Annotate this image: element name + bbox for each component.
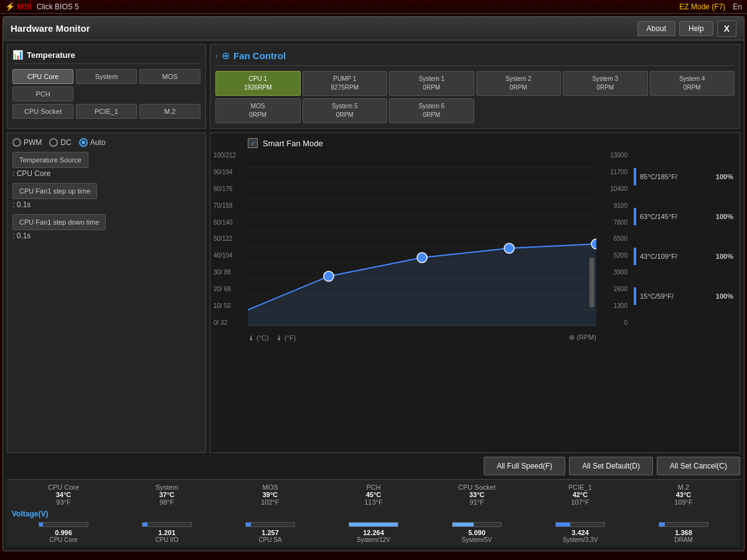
temp-info-1: 85°C/185°F/ (640, 173, 712, 180)
temp-btn-cpu-core[interactable]: CPU Core (12, 69, 73, 84)
rpm-btn-system2[interactable]: System 20RPM (476, 71, 561, 96)
dc-radio[interactable]: DC (49, 138, 71, 147)
chart-bottom-icons: 🌡 (°C) 🌡 (°F) ⊕ (RPM) (248, 334, 596, 342)
sensor-pcie1-temp: 42°C (573, 491, 588, 498)
voltage-fill-system-12v (349, 523, 398, 526)
temp-bar-3 (634, 248, 636, 265)
temp-celsius-4: 15°C/59°F/ (640, 292, 712, 300)
sensor-m2-fahr: 109°F (674, 498, 692, 506)
temperature-panel: 📊 Temperature CPU Core System MOS PCH CP… (7, 44, 206, 129)
graph-inner: ✓ Smart Fan Mode 100/212 90/194 80/176 7… (210, 133, 627, 452)
temp-btn-mos[interactable]: MOS (139, 69, 200, 84)
chart-point-3[interactable] (504, 243, 514, 253)
voltage-system-5v: 5.090 System/5V (439, 522, 514, 543)
sensor-row: CPU Core 34°C 93°F System 37°C 98°F MOS … (12, 483, 735, 506)
fan-chart-svg[interactable] (248, 152, 596, 326)
pwm-radio[interactable]: PWM (12, 138, 42, 147)
auto-radio[interactable]: Auto (79, 138, 106, 147)
step-up-section: CPU Fan1 step up time : 0.1s (12, 183, 200, 209)
voltage-cpu-sa: 1.257 CPU SA (233, 522, 308, 543)
rpm-btn-cpu1[interactable]: CPU 11926RPM (215, 71, 301, 96)
voltage-section-label: Voltage(V) (12, 508, 735, 520)
rpm-btn-system1[interactable]: System 10RPM (389, 71, 474, 96)
rpm-btn-system3[interactable]: System 30RPM (563, 71, 648, 96)
voltage-name-cpu-core: CPU Core (49, 536, 78, 543)
temp-source-button[interactable]: Temperature Source (12, 152, 88, 168)
temp-icon: 📊 (12, 50, 23, 60)
sensor-mos-fahr: 102°F (261, 498, 279, 506)
voltage-value-system-33v: 3.424 (571, 529, 589, 536)
fan-nav-back[interactable]: ‹ (215, 52, 218, 60)
sensor-m2-name: M.2 (678, 483, 689, 491)
rpm-btn-system5[interactable]: System 50RPM (303, 98, 388, 123)
temp-btn-cpu-socket[interactable]: CPU Socket (12, 104, 73, 119)
sensor-pch-temp: 45°C (366, 491, 382, 498)
topbar: ⚡ MSI Click BIOS 5 EZ Mode (F7) En (0, 0, 747, 14)
temp-btn-pch[interactable]: PCH (12, 86, 73, 101)
smart-fan-mode-title: Smart Fan Mode (263, 139, 323, 148)
sensor-system-temp: 37°C (159, 491, 175, 498)
voltage-fill-dram (659, 523, 665, 526)
step-down-section: CPU Fan1 step down time : 0.1s (12, 214, 200, 240)
voltage-row: 0.996 CPU Core 1.201 CPU I/O 1.257 CPU S… (12, 522, 735, 543)
chart-point-2[interactable] (417, 253, 427, 263)
fan-control-title: Fan Control (233, 50, 286, 61)
fan-rpm-row2: MOS0RPM System 50RPM System 60RPM (215, 98, 735, 123)
action-buttons: All Full Speed(F) All Set Default(D) All… (7, 453, 740, 479)
temp-info-3: 43°C/109°F/ (640, 253, 712, 260)
temp-btn-system[interactable]: System (76, 69, 137, 84)
voltage-bar-cpu-sa (245, 522, 295, 527)
voltage-fill-system-33v (556, 523, 570, 526)
scroll-thumb-chart[interactable] (590, 258, 594, 307)
close-button[interactable]: X (717, 21, 736, 37)
sensor-mos-temp: 39°C (263, 491, 278, 498)
voltage-dram: 1.368 DRAM (646, 522, 721, 543)
pwm-radio-circle (12, 138, 21, 147)
temp-bar-4 (634, 287, 636, 305)
temp-source-section: Temperature Source : CPU Core (12, 152, 200, 178)
temp-bar-2 (634, 208, 636, 225)
temp-btn-pcie1[interactable]: PCIE_1 (76, 104, 137, 119)
voltage-bar-system-33v (555, 522, 605, 527)
y-labels-left: 100/212 90/194 80/176 70/158 60/140 50/1… (214, 152, 236, 326)
help-button[interactable]: Help (679, 21, 713, 36)
all-set-default-button[interactable]: All Set Default(D) (569, 457, 653, 475)
left-controls: PWM DC Auto Temperature Sourc (7, 133, 206, 453)
all-set-cancel-button[interactable]: All Set Cancel(C) (657, 457, 740, 475)
voltage-fill-cpu-io (143, 523, 148, 526)
step-down-button[interactable]: CPU Fan1 step down time (12, 214, 106, 230)
sensor-mos-name: MOS (262, 483, 278, 491)
voltage-system-33v: 3.424 System/3.3V (543, 522, 618, 543)
about-button[interactable]: About (637, 21, 675, 36)
temp-btn-m2[interactable]: M.2 (139, 104, 200, 119)
all-full-speed-button[interactable]: All Full Speed(F) (484, 457, 565, 475)
temp-info-2: 63°C/145°F/ (640, 213, 712, 220)
chart-point-1[interactable] (324, 271, 334, 281)
temp-level-3: 43°C/109°F/ 100% (631, 245, 736, 268)
voltage-bar-system-12v (349, 522, 398, 527)
voltage-bar-dram (659, 522, 708, 527)
main-area: PWM DC Auto Temperature Sourc (7, 133, 740, 453)
temp-buttons-row1: CPU Core System MOS PCH (12, 69, 200, 101)
rpm-icon-label: ⊕ (RPM) (569, 334, 596, 341)
dc-radio-circle (49, 138, 58, 147)
step-up-button[interactable]: CPU Fan1 step up time (12, 183, 97, 199)
voltage-name-system-33v: System/3.3V (563, 536, 598, 543)
sensor-cpu-core-fahr: 93°F (56, 498, 70, 506)
rpm-btn-system6[interactable]: System 60RPM (389, 98, 474, 123)
rpm-btn-system4[interactable]: System 40RPM (650, 71, 735, 96)
fan-control-panel: ‹ ⊕ Fan Control CPU 11926RPM PUMP 18275R… (210, 44, 740, 129)
right-temps: 85°C/185°F/ 100% 63°C/145°F/ 100% (627, 133, 740, 452)
smart-fan-checkbox[interactable]: ✓ (248, 138, 258, 148)
sensor-system: System 37°C 98°F (136, 483, 198, 506)
rpm-btn-pump1[interactable]: PUMP 18275RPM (303, 71, 388, 96)
temp-level-2: 63°C/145°F/ 100% (631, 205, 736, 228)
rpm-btn-mos[interactable]: MOS0RPM (215, 98, 301, 123)
sensor-cpu-core: CPU Core 34°C 93°F (32, 483, 95, 506)
temp-pct-4: 100% (716, 292, 733, 300)
voltage-fill-system-5v (453, 523, 474, 526)
fan-rpm-row1: CPU 11926RPM PUMP 18275RPM System 10RPM … (215, 71, 735, 96)
voltage-value-cpu-core: 0.996 (55, 529, 72, 536)
window-title: Hardware Monitor (11, 23, 634, 34)
ez-mode-label[interactable]: EZ Mode (F7) (679, 2, 725, 11)
